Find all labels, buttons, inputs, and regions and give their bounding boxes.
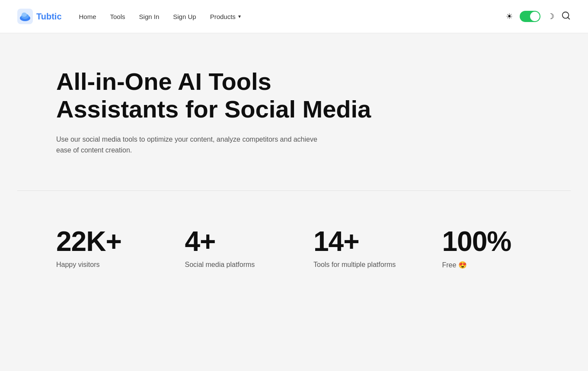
svg-point-3 xyxy=(22,13,27,17)
stat-number: 4+ xyxy=(185,225,314,257)
stat-number: 22K+ xyxy=(56,225,185,257)
sun-icon[interactable]: ☀ xyxy=(506,12,513,21)
theme-toggle[interactable] xyxy=(520,11,540,22)
search-icon[interactable] xyxy=(561,11,571,22)
moon-icon[interactable]: ☽ xyxy=(547,12,554,21)
stat-number: 100% xyxy=(442,225,571,257)
stat-item: 4+Social media platforms xyxy=(185,225,314,269)
nav-signup[interactable]: Sign Up xyxy=(173,13,196,20)
stat-item: 14+Tools for multiple platforms xyxy=(313,225,442,269)
hero-section: All-in-One AI Tools Assistants for Socia… xyxy=(0,33,588,190)
nav-links: Home Tools Sign In Sign Up Products ▾ xyxy=(79,13,241,20)
bottom-section xyxy=(0,304,588,371)
svg-line-5 xyxy=(568,17,569,19)
toggle-knob xyxy=(530,12,540,21)
logo-icon xyxy=(17,9,33,24)
stat-number: 14+ xyxy=(313,225,442,257)
hero-title: All-in-One AI Tools Assistants for Socia… xyxy=(56,68,393,124)
stat-label: Happy visitors xyxy=(56,261,185,269)
hero-subtitle: Use our social media tools to optimize y… xyxy=(56,134,324,156)
stat-label: Social media platforms xyxy=(185,261,314,269)
nav-products[interactable]: Products ▾ xyxy=(210,13,241,20)
stat-label: Free 😍 xyxy=(442,261,571,269)
brand-name: Tubtic xyxy=(36,12,62,22)
navbar: Tubtic Home Tools Sign In Sign Up Produc… xyxy=(0,0,588,33)
nav-left: Tubtic Home Tools Sign In Sign Up Produc… xyxy=(17,9,241,24)
stats-section: 22K+Happy visitors4+Social media platfor… xyxy=(0,191,588,304)
stat-label: Tools for multiple platforms xyxy=(313,261,442,269)
chevron-down-icon: ▾ xyxy=(238,13,241,19)
stat-item: 100%Free 😍 xyxy=(442,225,571,269)
nav-right: ☀ ☽ xyxy=(506,11,571,22)
stat-item: 22K+Happy visitors xyxy=(56,225,185,269)
nav-signin[interactable]: Sign In xyxy=(139,13,160,20)
nav-tools[interactable]: Tools xyxy=(110,13,125,20)
nav-home[interactable]: Home xyxy=(79,13,96,20)
logo-link[interactable]: Tubtic xyxy=(17,9,62,24)
